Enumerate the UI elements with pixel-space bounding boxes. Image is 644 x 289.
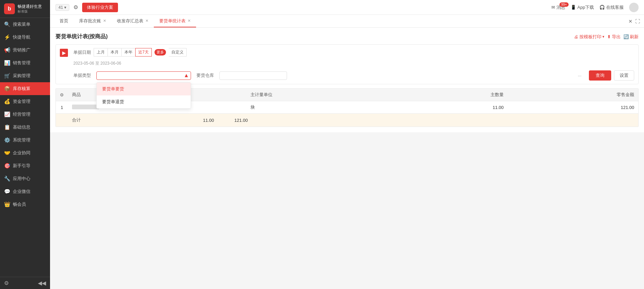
dropdown-item-tuihuo[interactable]: 要货单退货 xyxy=(97,95,191,108)
tab-close-all-btn[interactable]: ✕ xyxy=(628,19,633,24)
sidebar-item-13[interactable]: 💬企业微信 xyxy=(0,185,50,198)
sidebar-label-7: 经营管理 xyxy=(13,111,30,117)
sidebar: b 畅捷通好生意 标准版 🔍搜索菜单⚡快捷导航📢营销推广📊销售管理🛒采购管理📦库… xyxy=(0,0,50,289)
cell-index-0: 1 xyxy=(56,101,68,114)
topbar-left: 41 ▾ ⚙ 体验行业方案 xyxy=(55,3,118,12)
tab-1[interactable]: 库存批次账 ✕ xyxy=(74,15,112,27)
sidebar-item-10[interactable]: 🤝企业协同 xyxy=(0,147,50,159)
sidebar-item-3[interactable]: 📊销售管理 xyxy=(0,57,50,69)
tab-label-2: 收发存汇总表 xyxy=(117,18,143,24)
date-btn-last-month[interactable]: 上月 xyxy=(94,48,108,57)
sidebar-item-14[interactable]: 👑畅会员 xyxy=(0,198,50,211)
sidebar-icon-4: 🛒 xyxy=(4,73,10,79)
col-unit: 主计量单位 xyxy=(246,89,399,101)
sidebar-label-10: 企业协同 xyxy=(13,150,30,156)
settings-filter-btn[interactable]: 设置 xyxy=(614,70,634,81)
page-container: 要货单统计表(按商品) 🖨 按模板打印 ▾ ⬆ 导出 🔄 刷新 xyxy=(50,28,644,132)
filter-expand-btn[interactable]: ▶ xyxy=(60,49,68,57)
sidebar-icon-7: 📈 xyxy=(4,111,10,117)
date-btn-7days[interactable]: 近7天 xyxy=(135,48,152,57)
sidebar-item-11[interactable]: 🎯新手引导 xyxy=(0,159,50,172)
col-settings-icon[interactable]: ⚙ xyxy=(60,92,64,97)
sidebar-icon-13: 💬 xyxy=(4,188,10,195)
refresh-btn[interactable]: 🔄 刷新 xyxy=(623,34,639,40)
export-btn[interactable]: ⬆ 导出 xyxy=(607,34,621,40)
collapse-icon[interactable]: ◀◀ xyxy=(38,280,46,286)
tab-fullscreen-btn[interactable]: ⛶ xyxy=(635,19,640,24)
col-amount: 零售金额 xyxy=(508,89,638,101)
date-custom-btn[interactable]: 自定义 xyxy=(169,48,187,57)
sidebar-item-9[interactable]: ⚙️系统管理 xyxy=(0,134,50,147)
tabbar: 首页库存批次账 ✕收发存汇总表 ✕要货单统计表 ✕✕⛶ xyxy=(50,15,644,28)
sidebar-label-6: 资金管理 xyxy=(13,98,30,105)
refresh-label: 刷新 xyxy=(630,34,639,40)
tab-close-2[interactable]: ✕ xyxy=(145,19,148,23)
user-avatar[interactable] xyxy=(629,3,639,12)
tab-3[interactable]: 要货单统计表 ✕ xyxy=(154,15,196,27)
warehouse-dots-btn[interactable]: ··· xyxy=(578,73,581,78)
sidebar-icon-12: 🔧 xyxy=(4,176,10,182)
date-filter-label: 单据日期 xyxy=(73,49,91,55)
sidebar-item-5[interactable]: 📦库存核算 xyxy=(0,82,50,95)
sidebar-item-0[interactable]: 🔍搜索菜单 xyxy=(0,18,50,31)
footer-amount-value: 121.00 xyxy=(234,118,248,123)
sidebar-item-6[interactable]: 💰资金管理 xyxy=(0,95,50,108)
app-download-btn[interactable]: 📱 App下载 xyxy=(571,4,594,10)
trial-btn[interactable]: 体验行业方案 xyxy=(82,3,118,12)
dropdown-item-yaohuo[interactable]: 要货单要货 xyxy=(97,83,191,95)
date-btn-this-year[interactable]: 本年 xyxy=(121,48,135,57)
sidebar-item-2[interactable]: 📢营销推广 xyxy=(0,44,50,57)
chevron-down-icon[interactable]: ▾ xyxy=(64,5,66,10)
warehouse-filter-input[interactable] xyxy=(219,71,287,80)
message-btn[interactable]: ✉ 消息 99+ xyxy=(551,4,565,10)
topbar: 41 ▾ ⚙ 体验行业方案 ✉ 消息 99+ 📱 App下载 🎧 在线客服 xyxy=(50,0,644,15)
brand-name: 畅捷通好生意 xyxy=(18,4,42,9)
date-filter-row: 单据日期 上月 本月 本年 近7天 更多 自定义 xyxy=(73,48,187,57)
sidebar-item-8[interactable]: 📋基础信息 xyxy=(0,121,50,134)
print-label: 按模板打印 xyxy=(579,34,601,40)
sidebar-item-12[interactable]: 🔧应用中心 xyxy=(0,172,50,185)
export-icon: ⬆ xyxy=(607,34,611,39)
sidebar-label-3: 销售管理 xyxy=(13,60,30,66)
type-filter-label: 单据类型 xyxy=(73,72,91,79)
sidebar-item-7[interactable]: 📈经营管理 xyxy=(0,108,50,121)
headset-icon: 🎧 xyxy=(599,5,605,10)
tab-label-3: 要货单统计表 xyxy=(159,18,186,24)
sidebar-item-1[interactable]: ⚡快捷导航 xyxy=(0,31,50,44)
tab-0[interactable]: 首页 xyxy=(54,15,74,27)
brand-sub: 标准版 xyxy=(18,9,42,14)
footer-label: 合计 xyxy=(56,117,184,123)
page-title: 要货单统计表(按商品) xyxy=(55,33,108,40)
sidebar-label-12: 应用中心 xyxy=(13,176,30,182)
topbar-right: ✉ 消息 99+ 📱 App下载 🎧 在线客服 xyxy=(551,3,639,12)
settings-topbar-icon[interactable]: ⚙ xyxy=(73,4,78,10)
cell-unit-0: 块 xyxy=(246,101,399,114)
filter-bar: ▶ 单据日期 上月 本月 本年 近7天 更多 自定义 xyxy=(55,44,639,84)
type-filter-input[interactable] xyxy=(96,71,191,80)
sidebar-icon-10: 🤝 xyxy=(4,150,10,156)
sidebar-item-4[interactable]: 🛒采购管理 xyxy=(0,69,50,82)
chevron-down-icon[interactable]: ▾ xyxy=(602,35,604,39)
date-range-display: 2023-05-06 至 2023-06-06 xyxy=(73,61,634,66)
settings-icon[interactable]: ⚙ xyxy=(4,280,9,286)
date-more-btn[interactable]: 更多 xyxy=(154,49,166,55)
sidebar-label-0: 搜索菜单 xyxy=(13,21,30,27)
type-filter-section: ▲ 要货单要货 要货单退货 xyxy=(96,71,191,80)
date-buttons: 上月 本月 本年 近7天 xyxy=(94,48,152,57)
sidebar-label-5: 库存核算 xyxy=(13,86,30,92)
sidebar-icon-9: ⚙️ xyxy=(4,137,10,143)
type-clear-btn[interactable]: ▲ xyxy=(184,73,189,78)
tab-close-3[interactable]: ✕ xyxy=(188,19,191,23)
date-btn-this-month[interactable]: 本月 xyxy=(108,48,121,57)
sidebar-icon-3: 📊 xyxy=(4,60,10,66)
online-service-label: 在线客服 xyxy=(606,4,624,10)
tab-2[interactable]: 收发存汇总表 ✕ xyxy=(112,15,154,27)
query-btn[interactable]: 查询 xyxy=(589,70,611,81)
print-btn[interactable]: 🖨 按模板打印 ▾ xyxy=(574,34,604,40)
filter-actions: 查询 设置 xyxy=(589,70,634,81)
print-icon: 🖨 xyxy=(574,34,578,39)
online-service-btn[interactable]: 🎧 在线客服 xyxy=(599,4,624,10)
tab-close-1[interactable]: ✕ xyxy=(103,19,106,23)
sidebar-label-14: 畅会员 xyxy=(13,201,26,207)
sidebar-nav: 🔍搜索菜单⚡快捷导航📢营销推广📊销售管理🛒采购管理📦库存核算💰资金管理📈经营管理… xyxy=(0,18,50,277)
